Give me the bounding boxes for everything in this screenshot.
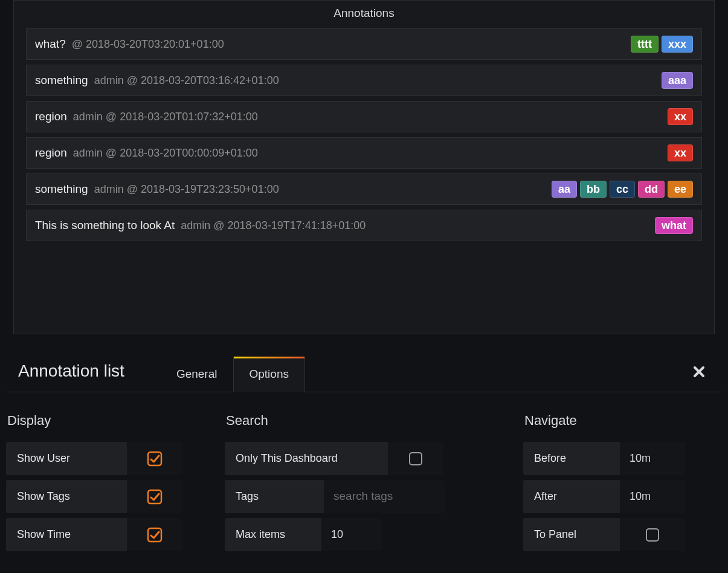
- close-icon[interactable]: [693, 364, 705, 381]
- show-tags-row: Show Tags: [6, 480, 182, 513]
- annotation-title: what?: [35, 37, 66, 51]
- panel-title: Annotations: [14, 1, 714, 28]
- tag-badge[interactable]: tttt: [631, 36, 659, 53]
- only-this-dashboard-label: Only This Dashboard: [225, 442, 388, 475]
- annotation-title: This is something to look At: [35, 219, 175, 232]
- to-panel-row: To Panel: [523, 518, 685, 551]
- annotation-row[interactable]: regionadmin @ 2018-03-20T00:00:09+01:00x…: [26, 137, 702, 169]
- tab-general[interactable]: General: [161, 357, 233, 392]
- to-panel-checkbox[interactable]: [620, 518, 685, 551]
- show-user-label: Show User: [6, 442, 127, 475]
- annotation-meta: admin @ 2018-03-19T17:41:18+01:00: [181, 219, 366, 232]
- before-row: Before: [523, 442, 685, 475]
- search-heading: Search: [225, 413, 445, 429]
- max-items-row: Max items: [225, 518, 445, 551]
- tags-row: Tags: [225, 480, 445, 513]
- annotation-title: region: [35, 110, 67, 123]
- tags-label: Tags: [225, 480, 324, 513]
- annotation-meta: admin @ 2018-03-20T01:07:32+01:00: [73, 111, 258, 123]
- annotation-row[interactable]: This is something to look Atadmin @ 2018…: [26, 210, 702, 241]
- display-section: Display Show User Show Tags Show: [6, 413, 182, 556]
- tag-badge[interactable]: dd: [638, 181, 665, 198]
- before-label: Before: [523, 442, 620, 475]
- max-items-label: Max items: [225, 518, 321, 551]
- display-heading: Display: [6, 413, 182, 429]
- editor-header: Annotation list General Options: [6, 351, 722, 392]
- show-tags-label: Show Tags: [6, 480, 127, 513]
- annotation-meta: @ 2018-03-20T03:20:01+01:00: [72, 38, 224, 51]
- to-panel-label: To Panel: [523, 518, 620, 551]
- annotation-row[interactable]: what?@ 2018-03-20T03:20:01+01:00ttttxxx: [26, 28, 702, 60]
- after-label: After: [523, 480, 620, 513]
- annotation-title: something: [35, 183, 88, 196]
- tag-badge[interactable]: what: [655, 217, 693, 234]
- checked-icon: [146, 450, 163, 467]
- tag-badge[interactable]: xx: [668, 108, 693, 125]
- tag-badge[interactable]: aa: [552, 181, 577, 198]
- after-row: After: [523, 480, 685, 513]
- checked-icon: [146, 488, 163, 505]
- tag-badge[interactable]: xxx: [662, 36, 693, 53]
- checked-icon: [146, 526, 163, 543]
- unchecked-icon: [646, 528, 659, 542]
- svg-rect-0: [148, 452, 161, 465]
- annotation-title: region: [35, 146, 67, 160]
- show-tags-checkbox[interactable]: [127, 480, 182, 513]
- annotation-row[interactable]: somethingadmin @ 2018-03-19T23:23:50+01:…: [26, 173, 702, 205]
- show-user-row: Show User: [6, 442, 182, 475]
- tags-input[interactable]: [324, 480, 445, 513]
- tag-badge[interactable]: bb: [580, 181, 607, 198]
- svg-rect-2: [148, 528, 161, 542]
- annotations-list: what?@ 2018-03-20T03:20:01+01:00ttttxxxs…: [14, 28, 714, 241]
- options-body: Display Show User Show Tags Show: [6, 392, 722, 556]
- svg-rect-1: [148, 490, 161, 503]
- annotation-meta: admin @ 2018-03-20T00:00:09+01:00: [73, 147, 258, 160]
- editor-region: Annotation list General Options Display …: [0, 334, 728, 556]
- show-user-checkbox[interactable]: [127, 442, 182, 475]
- annotation-row[interactable]: somethingadmin @ 2018-03-20T03:16:42+01:…: [26, 65, 702, 96]
- tab-options[interactable]: Options: [233, 357, 305, 392]
- annotation-row[interactable]: regionadmin @ 2018-03-20T01:07:32+01:00x…: [26, 101, 702, 132]
- tag-badge[interactable]: aaa: [662, 72, 693, 89]
- only-this-dashboard-row: Only This Dashboard: [225, 442, 445, 475]
- show-time-checkbox[interactable]: [127, 518, 182, 551]
- annotation-meta: admin @ 2018-03-19T23:23:50+01:00: [94, 183, 279, 196]
- after-input[interactable]: [620, 480, 685, 513]
- max-items-input[interactable]: [321, 518, 382, 551]
- editor-tabs: General Options: [161, 351, 305, 392]
- unchecked-icon: [409, 452, 422, 465]
- tag-badge[interactable]: ee: [668, 181, 693, 198]
- show-time-label: Show Time: [6, 518, 127, 551]
- only-this-dashboard-checkbox[interactable]: [388, 442, 443, 475]
- annotation-title: something: [35, 74, 88, 87]
- navigate-heading: Navigate: [523, 413, 685, 429]
- annotation-meta: admin @ 2018-03-20T03:16:42+01:00: [94, 74, 279, 87]
- tag-badge[interactable]: xx: [668, 144, 693, 161]
- show-time-row: Show Time: [6, 518, 182, 551]
- annotations-panel: Annotations what?@ 2018-03-20T03:20:01+0…: [13, 0, 715, 334]
- navigate-section: Navigate Before After To Panel: [523, 413, 685, 556]
- search-section: Search Only This Dashboard Tags Max item…: [225, 413, 445, 556]
- before-input[interactable]: [620, 442, 685, 475]
- tag-badge[interactable]: cc: [610, 181, 635, 198]
- editor-title: Annotation list: [18, 361, 124, 392]
